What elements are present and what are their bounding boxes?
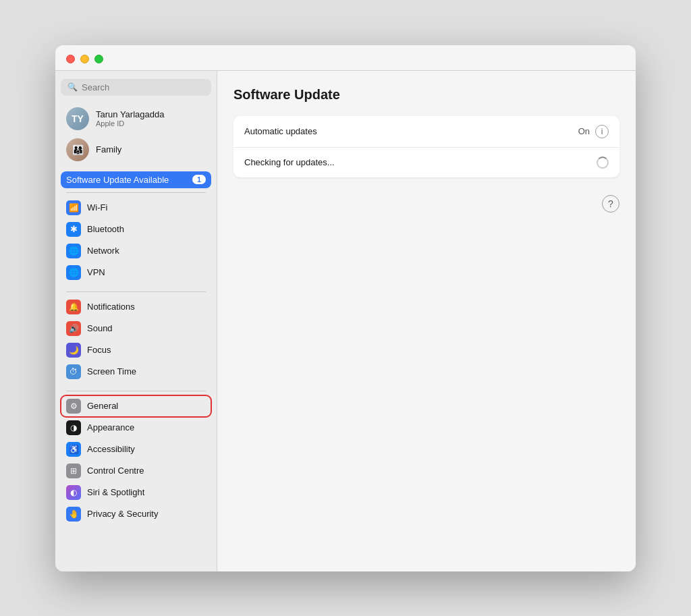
sidebar-item-wifi[interactable]: 📶 Wi-Fi xyxy=(61,197,211,219)
divider-2 xyxy=(66,291,206,292)
minimize-button[interactable] xyxy=(80,55,89,63)
user-profile-item[interactable]: TY Tarun Yarlagadda Apple ID xyxy=(61,104,211,134)
screentime-label: Screen Time xyxy=(87,366,136,376)
family-avatar: 👨‍👩‍👧 xyxy=(66,138,89,161)
sound-icon: 🔊 xyxy=(66,321,81,336)
user-name: Tarun Yarlagadda xyxy=(96,109,164,119)
network-icon: 🌐 xyxy=(66,244,81,258)
notifications-section: 🔔 Notifications 🔊 Sound 🌙 Focus xyxy=(61,296,211,383)
help-button[interactable]: ? xyxy=(602,195,619,213)
avatar: TY xyxy=(66,107,89,130)
siri-label: Siri & Spotlight xyxy=(87,487,144,497)
auto-updates-value: On xyxy=(578,126,590,136)
updates-card: Automatic updates On i Checking for upda… xyxy=(233,116,619,177)
general-icon: ⚙ xyxy=(66,399,81,414)
sidebar-item-focus[interactable]: 🌙 Focus xyxy=(61,339,211,361)
network-label: Network xyxy=(87,246,119,256)
controlcentre-icon: ⊞ xyxy=(66,464,81,478)
titlebar xyxy=(55,45,636,71)
divider-1 xyxy=(66,192,206,193)
sidebar-item-network[interactable]: 🌐 Network xyxy=(61,240,211,262)
appearance-label: Appearance xyxy=(87,422,134,432)
sidebar: 🔍 TY Tarun Yarlagadda Apple ID 👨‍👩‍� xyxy=(55,71,217,571)
sidebar-item-vpn[interactable]: 🌐 VPN xyxy=(61,262,211,283)
sidebar-item-siri[interactable]: ◐ Siri & Spotlight xyxy=(61,482,211,503)
divider-3 xyxy=(66,391,206,391)
sidebar-item-general[interactable]: ⚙ General xyxy=(61,395,211,417)
checking-updates-label: Checking for updates... xyxy=(244,157,597,167)
bluetooth-label: Bluetooth xyxy=(87,224,124,234)
controlcentre-label: Control Centre xyxy=(87,466,144,476)
search-input[interactable] xyxy=(82,82,204,92)
sidebar-item-bluetooth[interactable]: ✱ Bluetooth xyxy=(61,219,211,240)
spinner xyxy=(597,157,609,169)
user-sub: Apple ID xyxy=(96,119,164,128)
family-label: Family xyxy=(96,144,121,155)
network-section: 📶 Wi-Fi ✱ Bluetooth 🌐 Network xyxy=(61,197,211,283)
auto-updates-label: Automatic updates xyxy=(244,126,578,136)
focus-icon: 🌙 xyxy=(66,343,81,358)
general-label: General xyxy=(87,401,118,411)
sound-label: Sound xyxy=(87,323,113,333)
user-section: TY Tarun Yarlagadda Apple ID 👨‍👩‍👧 Famil… xyxy=(61,104,211,165)
sidebar-item-appearance[interactable]: ◑ Appearance xyxy=(61,417,211,439)
close-button[interactable] xyxy=(66,55,75,63)
sidebar-item-screentime[interactable]: ⏱ Screen Time xyxy=(61,361,211,383)
bluetooth-icon: ✱ xyxy=(66,222,81,237)
checking-updates-row: Checking for updates... xyxy=(233,147,619,177)
general-section: ⚙ General ◑ Appearance ♿ Accessibility xyxy=(61,395,211,525)
main-window: 🔍 TY Tarun Yarlagadda Apple ID 👨‍👩‍� xyxy=(55,45,636,571)
auto-updates-row: Automatic updates On i xyxy=(233,116,619,147)
privacy-label: Privacy & Security xyxy=(87,509,158,519)
focus-label: Focus xyxy=(87,345,111,355)
family-item[interactable]: 👨‍👩‍👧 Family xyxy=(61,135,211,165)
software-update-badge: 1 xyxy=(192,175,206,184)
sidebar-item-controlcentre[interactable]: ⊞ Control Centre xyxy=(61,460,211,482)
wifi-icon: 📶 xyxy=(66,200,81,215)
sidebar-item-accessibility[interactable]: ♿ Accessibility xyxy=(61,439,211,460)
wifi-label: Wi-Fi xyxy=(87,202,107,213)
notifications-label: Notifications xyxy=(87,302,135,312)
software-update-label: Software Update Available xyxy=(66,175,169,185)
sidebar-item-sound[interactable]: 🔊 Sound xyxy=(61,318,211,339)
screentime-icon: ⏱ xyxy=(66,364,81,379)
maximize-button[interactable] xyxy=(94,55,103,63)
main-content: Software Update Automatic updates On i C… xyxy=(217,71,636,571)
accessibility-icon: ♿ xyxy=(66,442,81,457)
info-button[interactable]: i xyxy=(595,125,609,138)
search-box[interactable]: 🔍 xyxy=(61,79,211,96)
accessibility-label: Accessibility xyxy=(87,444,135,454)
vpn-label: VPN xyxy=(87,267,105,277)
notifications-icon: 🔔 xyxy=(66,300,81,314)
sidebar-item-software-update[interactable]: Software Update Available 1 xyxy=(61,171,211,188)
privacy-icon: 🤚 xyxy=(66,507,81,522)
sidebar-item-privacy[interactable]: 🤚 Privacy & Security xyxy=(61,503,211,525)
page-title: Software Update xyxy=(233,87,619,103)
window-body: 🔍 TY Tarun Yarlagadda Apple ID 👨‍👩‍� xyxy=(55,71,636,571)
sidebar-item-notifications[interactable]: 🔔 Notifications xyxy=(61,296,211,318)
siri-icon: ◐ xyxy=(66,485,81,500)
search-icon: 🔍 xyxy=(67,82,78,92)
vpn-icon: 🌐 xyxy=(66,265,81,280)
appearance-icon: ◑ xyxy=(66,420,81,435)
